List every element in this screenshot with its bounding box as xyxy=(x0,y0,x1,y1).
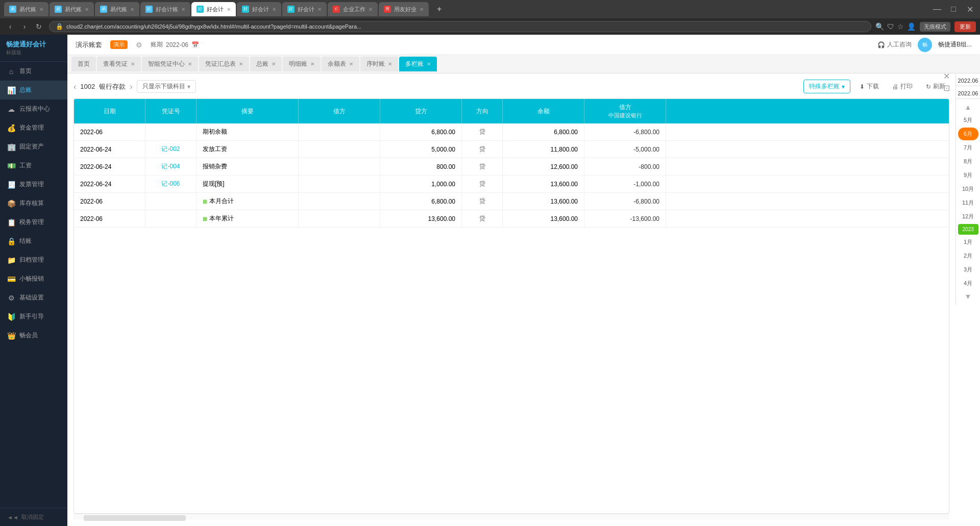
browser-tab-2[interactable]: 易 易代账 ✕ xyxy=(50,2,94,16)
page-tab-sequence-ledger[interactable]: 序时账✕ xyxy=(360,57,398,71)
print-button[interactable]: 🖨 打印 xyxy=(888,80,917,93)
tab-close-icon[interactable]: ✕ xyxy=(181,7,185,12)
month-item-2023-4月[interactable]: 4月 xyxy=(958,277,978,290)
page-tab-close-icon[interactable]: ✕ xyxy=(188,61,192,67)
page-tab-close-icon[interactable]: ✕ xyxy=(388,61,392,67)
consult-button[interactable]: 🎧 人工咨询 xyxy=(877,40,912,49)
sidebar-item-inventory[interactable]: 📦 库存核算 xyxy=(0,194,67,213)
voucher-link[interactable]: 记-006 xyxy=(161,180,180,188)
month-item-9月[interactable]: 9月 xyxy=(958,169,978,182)
browser-tab-7[interactable]: 好 好会计 ✕ xyxy=(282,2,327,16)
month-nav-up[interactable]: ▲ xyxy=(963,101,974,113)
account-next-button[interactable]: › xyxy=(130,82,132,91)
voucher-link[interactable]: 记-002 xyxy=(161,145,180,154)
sidebar-item-tax-mgmt[interactable]: 📋 税务管理 xyxy=(0,213,67,232)
tab-close-icon[interactable]: ✕ xyxy=(85,7,89,12)
month-item-7月[interactable]: 7月 xyxy=(958,141,978,154)
refresh-button[interactable]: ↻ xyxy=(33,20,45,33)
update-button[interactable]: 更新 xyxy=(954,21,976,32)
filter-dropdown[interactable]: 只显示下级科目 ▾ xyxy=(137,80,196,93)
month-nav-down[interactable]: ▼ xyxy=(963,290,974,303)
page-tab-smart-vouchers[interactable]: 智能凭证中心✕ xyxy=(142,57,198,71)
page-tab-close-icon[interactable]: ✕ xyxy=(310,61,314,67)
tab-close-icon[interactable]: ✕ xyxy=(420,7,424,12)
sidebar-item-closing[interactable]: 🔒 结账 xyxy=(0,232,67,251)
sidebar-item-payroll[interactable]: 💵 工资 xyxy=(0,156,67,175)
page-tab-home[interactable]: 首页 xyxy=(71,57,96,71)
voucher-link[interactable]: 记-004 xyxy=(161,162,180,171)
user-name[interactable]: 畅捷通B组... xyxy=(938,40,972,49)
cell-debit xyxy=(299,210,380,227)
page-tab-detail-ledger[interactable]: 明细账✕ xyxy=(283,57,321,71)
month-item-6月[interactable]: 6月 xyxy=(958,128,978,140)
page-tab-close-icon[interactable]: ✕ xyxy=(427,61,431,67)
month-item-2023-1月[interactable]: 1月 xyxy=(958,236,978,248)
browser-tab-4[interactable]: 好 好会计账 ✕ xyxy=(140,2,190,16)
url-bar[interactable]: 🔒 cloud2.chanjet.com/accounting/uh26t264… xyxy=(49,21,871,32)
close-right-sidebar-icon[interactable]: ✕ xyxy=(943,73,950,81)
page-tab-close-icon[interactable]: ✕ xyxy=(131,61,135,67)
sidebar-footer[interactable]: ◄◄ 取消固定 xyxy=(0,508,67,526)
page-tab-vouchers[interactable]: 查看凭证✕ xyxy=(97,57,141,71)
month-item-5月[interactable]: 5月 xyxy=(958,114,978,127)
search-icon[interactable]: 🔍 xyxy=(875,22,884,31)
expand-right-sidebar-icon[interactable]: ⊡ xyxy=(943,83,950,93)
sidebar-item-membership[interactable]: 👑 畅会员 xyxy=(0,326,67,345)
sidebar-item-guide[interactable]: 🔰 新手引导 xyxy=(0,307,67,326)
incognito-mode-button[interactable]: 无痕模式 xyxy=(920,22,950,32)
page-tab-balance-table[interactable]: 余额表✕ xyxy=(322,57,359,71)
page-tab-close-icon[interactable]: ✕ xyxy=(349,61,353,67)
sidebar-item-archive[interactable]: 📁 归档管理 xyxy=(0,251,67,269)
browser-tab-6[interactable]: 好 好会计 ✕ xyxy=(237,2,281,16)
scrollbar-thumb[interactable] xyxy=(84,515,186,521)
multi-col-button[interactable]: 特殊多栏账 ▾ xyxy=(803,80,850,93)
month-item-12月[interactable]: 12月 xyxy=(958,210,978,223)
month-item-10月[interactable]: 10月 xyxy=(958,183,978,195)
page-tab-multi-col[interactable]: 多栏账✕ xyxy=(399,57,437,71)
browser-tab-1[interactable]: 易 易代账 ✕ xyxy=(4,2,48,16)
month-item-2023-2月[interactable]: 2月 xyxy=(958,249,978,262)
download-button[interactable]: ⬇ 下载 xyxy=(855,80,883,93)
sidebar-item-fixed-assets[interactable]: 🏢 固定资产 xyxy=(0,137,67,156)
sidebar-item-home[interactable]: ⌂ 首页 xyxy=(0,62,67,81)
account-prev-button[interactable]: ‹ xyxy=(74,82,76,91)
tab-close-icon[interactable]: ✕ xyxy=(227,7,231,12)
browser-tab-9[interactable]: 用 用友好业 ✕ xyxy=(379,2,429,16)
sidebar-item-expense[interactable]: 💳 小畅报销 xyxy=(0,269,67,288)
new-tab-button[interactable]: + xyxy=(435,3,444,16)
month-item-8月[interactable]: 8月 xyxy=(958,155,978,168)
browser-tab-3[interactable]: 易 易代账 ✕ xyxy=(95,2,139,16)
profile-icon[interactable]: 👤 xyxy=(907,22,916,31)
forward-button[interactable]: › xyxy=(18,20,31,33)
sidebar-item-general-ledger[interactable]: 📊 总账 xyxy=(0,81,67,99)
calendar-icon[interactable]: 📅 xyxy=(191,41,199,48)
sidebar-item-fund-mgmt[interactable]: 💰 资金管理 xyxy=(0,118,67,137)
tab-close-icon[interactable]: ✕ xyxy=(369,7,373,12)
tab-close-icon[interactable]: ✕ xyxy=(130,7,134,12)
settings-icon[interactable]: ⚙ xyxy=(136,41,142,49)
unpin-label: 取消固定 xyxy=(21,513,44,521)
user-avatar[interactable]: 畅 xyxy=(918,38,932,52)
month-item-2023-3月[interactable]: 3月 xyxy=(958,263,978,276)
tab-close-icon[interactable]: ✕ xyxy=(317,7,322,12)
sidebar-item-settings[interactable]: ⚙ 基础设置 xyxy=(0,288,67,307)
browser-tab-5[interactable]: 好 好会计 ✕ xyxy=(191,2,236,16)
page-tab-close-icon[interactable]: ✕ xyxy=(239,61,243,67)
month-item-11月[interactable]: 11月 xyxy=(958,196,978,209)
unpin-button[interactable]: ◄◄ 取消固定 xyxy=(7,513,60,521)
sidebar-item-invoice-mgmt[interactable]: 🧾 发票管理 xyxy=(0,175,67,194)
maximize-button[interactable]: □ xyxy=(947,3,960,15)
close-button[interactable]: ✕ xyxy=(964,3,976,15)
tab-close-icon[interactable]: ✕ xyxy=(272,7,276,12)
page-tab-voucher-summary[interactable]: 凭证汇总表✕ xyxy=(199,57,249,71)
tab-close-icon[interactable]: ✕ xyxy=(39,7,43,12)
star-icon[interactable]: ☆ xyxy=(897,22,904,31)
back-button[interactable]: ‹ xyxy=(4,20,16,33)
page-tab-general-ledger[interactable]: 总账✕ xyxy=(250,57,282,71)
horizontal-scrollbar[interactable] xyxy=(74,514,949,520)
shield-icon[interactable]: 🛡 xyxy=(887,22,894,31)
minimize-button[interactable]: — xyxy=(931,3,943,15)
browser-tab-8[interactable]: C 企业工作 ✕ xyxy=(328,2,378,16)
sidebar-item-cloud-reports[interactable]: ☁ 云报表中心 xyxy=(0,99,67,118)
page-tab-close-icon[interactable]: ✕ xyxy=(272,61,276,67)
